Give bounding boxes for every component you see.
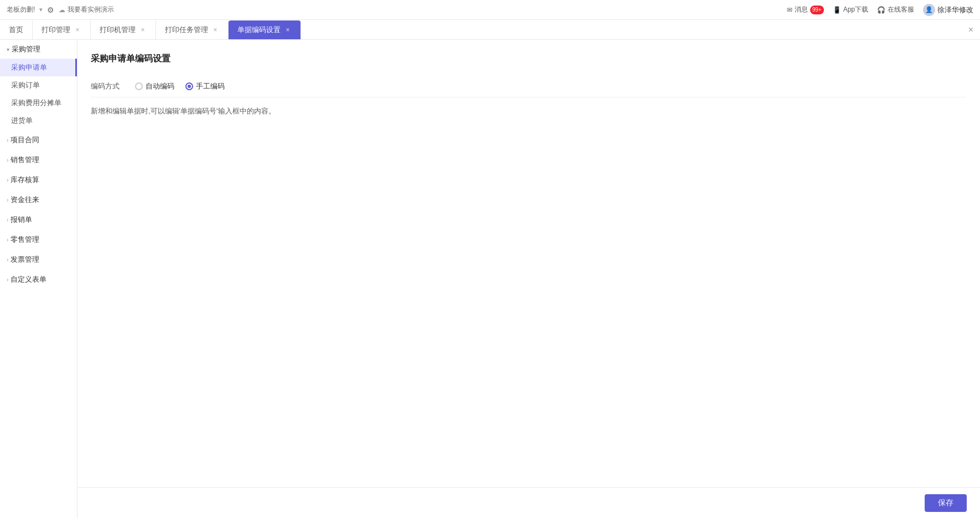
hint-text: 新增和编辑单据时,可以编辑'单据编码号'输入框中的内容。 [91,106,967,116]
sidebar-item-purchase-expense[interactable]: 采购费用分摊单 [0,94,77,112]
chevron-down-icon: ▾ [39,6,43,13]
message-action[interactable]: ✉ 消息 99+ [787,5,824,14]
save-button[interactable]: 保存 [925,494,967,512]
arrow-right-icon-6: › [7,257,8,263]
sidebar-group-returns-label: 报销单 [11,215,32,225]
tab-printer-mgmt-close[interactable]: × [139,26,147,34]
sidebar-group-custom-forms-title[interactable]: › 自定义表单 [0,270,77,289]
sidebar-group-custom-forms: › 自定义表单 [0,270,77,289]
main-layout: ▾ 采购管理 采购申请单 采购订单 采购费用分摊单 进货单 › 项目合同 [0,40,980,518]
sidebar-group-sales-mgmt-label: 销售管理 [11,155,39,165]
radio-manual-coding-label: 手工编码 [196,81,225,91]
sidebar-group-project-contract-label: 项目合同 [11,135,39,145]
sidebar-item-purchase-expense-label: 采购费用分摊单 [11,99,61,107]
sidebar-group-project-contract: › 项目合同 [0,131,77,149]
sidebar-item-purchase-request-label: 采购申请单 [11,63,47,71]
arrow-right-icon-1: › [7,157,8,163]
coding-method-row: 编码方式 自动编码 手工编码 [91,76,967,97]
top-bar: 老板勿删! ▾ ⚙ ☁ 我要看实例演示 ✉ 消息 99+ 📱 App下载 🎧 在… [0,0,980,20]
demo-label: 我要看实例演示 [68,5,114,14]
tab-print-mgmt-close[interactable]: × [74,26,81,34]
tab-single-code-setting-close[interactable]: × [284,26,292,34]
online-service-action[interactable]: 🎧 在线客服 [877,5,914,14]
sidebar-group-returns: › 报销单 [0,210,77,229]
app-download-action[interactable]: 📱 App下载 [833,5,868,14]
user-name: 徐泽华修改 [937,5,973,15]
arrow-right-icon-3: › [7,197,8,203]
demo-link[interactable]: ☁ 我要看实例演示 [59,5,114,14]
arrow-right-icon-4: › [7,217,8,223]
sidebar-group-invoice-mgmt-label: 发票管理 [11,255,39,265]
arrow-right-icon-5: › [7,237,8,243]
message-badge: 99+ [810,6,824,14]
radio-auto-coding[interactable]: 自动编码 [135,81,174,91]
sidebar-item-purchase-order-label: 采购订单 [11,81,40,89]
arrow-down-icon: ▾ [7,46,9,53]
sidebar-item-incoming[interactable]: 进货单 [0,112,77,130]
content-area: 采购申请单编码设置 编码方式 自动编码 手工编码 [77,40,980,518]
sidebar-group-inventory-title[interactable]: › 库存核算 [0,170,77,189]
avatar: 👤 [923,4,935,16]
sidebar-group-funds: › 资金往来 [0,190,77,209]
radio-group: 自动编码 手工编码 [135,81,225,91]
tab-print-task-mgmt-label: 打印任务管理 [165,25,208,35]
tab-home[interactable]: 首页 [0,20,33,39]
sidebar-group-sales-mgmt-title[interactable]: › 销售管理 [0,151,77,169]
sidebar-item-incoming-label: 进货单 [11,116,33,125]
sidebar-group-inventory-label: 库存核算 [11,175,39,185]
sidebar-group-project-contract-title[interactable]: › 项目合同 [0,131,77,149]
sidebar-item-purchase-request[interactable]: 采购申请单 [0,59,77,76]
top-bar-left: 老板勿删! ▾ ⚙ ☁ 我要看实例演示 [7,5,114,14]
sidebar-group-retail-mgmt-label: 零售管理 [11,235,39,245]
tab-printer-mgmt[interactable]: 打印机管理 × [91,20,156,39]
sidebar: ▾ 采购管理 采购申请单 采购订单 采购费用分摊单 进货单 › 项目合同 [0,40,77,518]
brand-label[interactable]: 老板勿删! [7,5,35,14]
sidebar-group-purchase-mgmt-label: 采购管理 [12,44,40,54]
content-footer: 保存 [77,487,980,518]
top-bar-right: ✉ 消息 99+ 📱 App下载 🎧 在线客服 👤 徐泽华修改 [787,4,973,16]
sidebar-group-inventory: › 库存核算 [0,170,77,189]
sidebar-group-funds-title[interactable]: › 资金往来 [0,190,77,209]
tab-print-mgmt-label: 打印管理 [42,25,70,35]
settings-icon[interactable]: ⚙ [47,6,54,14]
app-download-label: App下载 [843,5,868,14]
radio-auto-coding-label: 自动编码 [146,81,174,91]
close-all-tabs-button[interactable]: × [962,20,980,39]
tab-single-code-setting[interactable]: 单据编码设置 × [229,20,301,39]
app-download-icon: 📱 [833,6,841,14]
tab-single-code-setting-label: 单据编码设置 [237,25,281,35]
tab-bar: 首页 打印管理 × 打印机管理 × 打印任务管理 × 单据编码设置 × × [0,20,980,40]
sidebar-group-custom-forms-label: 自定义表单 [11,274,46,284]
radio-auto-coding-circle[interactable] [135,82,143,90]
arrow-right-icon-2: › [7,177,8,183]
page-title: 采购申请单编码设置 [91,53,967,65]
tab-printer-mgmt-label: 打印机管理 [100,25,136,35]
content-inner: 采购申请单编码设置 编码方式 自动编码 手工编码 [77,40,980,487]
tab-home-label: 首页 [9,25,23,35]
sidebar-group-sales-mgmt: › 销售管理 [0,151,77,169]
sidebar-group-invoice-mgmt: › 发票管理 [0,250,77,269]
coding-method-label: 编码方式 [91,81,135,91]
tab-print-mgmt[interactable]: 打印管理 × [33,20,91,39]
tab-print-task-mgmt[interactable]: 打印任务管理 × [156,20,229,39]
sidebar-group-purchase-mgmt: ▾ 采购管理 采购申请单 采购订单 采购费用分摊单 进货单 [0,40,77,130]
user-area[interactable]: 👤 徐泽华修改 [923,4,973,16]
sidebar-group-purchase-mgmt-title[interactable]: ▾ 采购管理 [0,40,77,59]
sidebar-group-retail-mgmt: › 零售管理 [0,230,77,249]
sidebar-group-retail-mgmt-title[interactable]: › 零售管理 [0,230,77,249]
radio-manual-coding-circle[interactable] [185,82,193,90]
radio-manual-coding[interactable]: 手工编码 [185,81,225,91]
sidebar-group-invoice-mgmt-title[interactable]: › 发票管理 [0,250,77,269]
sidebar-group-returns-title[interactable]: › 报销单 [0,210,77,229]
setting-section: 编码方式 自动编码 手工编码 [91,76,967,97]
arrow-right-icon-0: › [7,137,8,143]
message-label: 消息 [795,5,808,14]
tab-print-task-mgmt-close[interactable]: × [211,26,219,34]
message-icon: ✉ [787,6,792,14]
arrow-right-icon-7: › [7,277,8,283]
service-label: 在线客服 [888,5,914,14]
service-icon: 🎧 [877,6,885,14]
sidebar-item-purchase-order[interactable]: 采购订单 [0,76,77,94]
cloud-icon: ☁ [59,6,65,14]
sidebar-group-funds-label: 资金往来 [11,195,39,205]
